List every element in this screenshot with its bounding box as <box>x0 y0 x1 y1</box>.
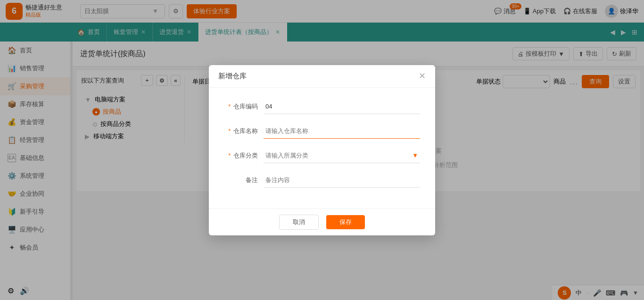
form-row-code: * 仓库编码 <box>224 99 420 114</box>
name-input[interactable] <box>264 124 420 139</box>
form-row-name: * 仓库名称 <box>224 124 420 139</box>
modal-header: 新增仓库 ✕ <box>209 65 435 88</box>
new-warehouse-modal: 新增仓库 ✕ * 仓库编码 * 仓库名称 <box>209 65 435 235</box>
note-input[interactable] <box>264 173 420 188</box>
modal-overlay[interactable]: 新增仓库 ✕ * 仓库编码 * 仓库名称 <box>0 0 644 300</box>
save-button[interactable]: 保存 <box>326 215 365 229</box>
form-row-category: * 仓库分类 ▼ <box>224 148 420 163</box>
cancel-button[interactable]: 取消 <box>279 215 319 230</box>
modal-body: * 仓库编码 * 仓库名称 * 仓库分类 <box>209 88 435 208</box>
name-label: * 仓库名称 <box>224 127 258 135</box>
note-label: 备注 <box>224 176 258 184</box>
code-input[interactable] <box>264 99 420 114</box>
category-select-wrapper: ▼ <box>264 148 420 163</box>
category-input[interactable] <box>264 148 420 163</box>
code-label: * 仓库编码 <box>224 102 258 111</box>
modal-footer: 取消 保存 <box>209 208 435 235</box>
modal-close-button[interactable]: ✕ <box>419 72 426 80</box>
form-row-note: 备注 <box>224 173 420 188</box>
category-label: * 仓库分类 <box>224 151 258 160</box>
modal-title: 新增仓库 <box>218 72 247 81</box>
